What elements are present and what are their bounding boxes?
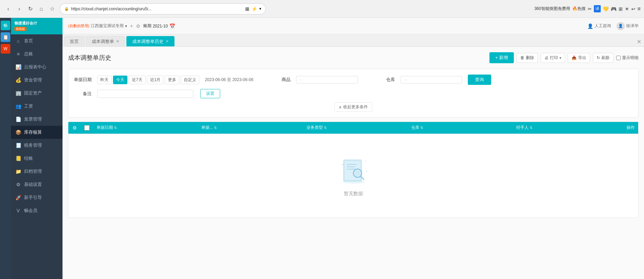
sidebar-item-tax[interactable]: 🧾 税务管理 [11, 139, 63, 152]
iconbar-item-2[interactable]: 📋 [1, 32, 10, 42]
tab-cost-adjustment[interactable]: 成本调整单 ✕ [86, 36, 125, 46]
empty-svg [336, 154, 371, 185]
warehouse-filter-dots: ··· [404, 77, 407, 82]
sidebar-label-tax: 税务管理 [24, 142, 42, 148]
table-settings-icon[interactable]: ⚙ [71, 123, 78, 132]
company-warning: (勿删勿禁用) [68, 23, 89, 29]
goods-filter-input[interactable]: ··· [296, 76, 358, 83]
delete-button[interactable]: 🗑 删除 [517, 53, 538, 63]
filter-area: 单据日期 昨天 今天 近7天 近1月 更多 自定义 2023-06-06 至 2… [68, 69, 639, 118]
inventory-icon: 📦 [15, 130, 21, 135]
address-bar[interactable]: 🔒 https://cloud.chanjet.com/accounting/u… [60, 3, 266, 14]
lightning-icon: ⚡ [251, 6, 257, 12]
brightness-icon: ☀ [625, 6, 629, 12]
date-btn-7days[interactable]: 近7天 [129, 76, 146, 84]
sidebar-badge: 旗舰版 [14, 27, 26, 31]
search-button[interactable]: 查询 [468, 75, 491, 85]
show-cols-checkbox[interactable] [616, 56, 621, 60]
add-company-btn[interactable]: + [130, 23, 133, 29]
date-btn-today[interactable]: 今天 [113, 76, 127, 84]
svg-point-7 [355, 170, 360, 176]
sidebar-item-settings[interactable]: ⚙ 基础设置 [11, 178, 63, 191]
salary-icon: 👥 [15, 103, 21, 109]
user-profile-btn[interactable]: 👤 徐泽华 [617, 22, 639, 30]
th-actions-label: 操作 [626, 125, 635, 131]
th-doc-no-sort-icon: ⇅ [214, 126, 217, 130]
cut-icon: ✂ [588, 6, 592, 12]
archive-icon: 📁 [15, 169, 21, 174]
sidebar-item-invoice[interactable]: 📄 发票管理 [11, 113, 63, 126]
settings-btn[interactable]: 设置 [200, 89, 220, 98]
sidebar-label-fund: 资金管理 [24, 77, 42, 83]
settings-gear-icon[interactable]: ⚙ [136, 23, 140, 29]
remark-filter-label: 备注 [74, 91, 92, 97]
sidebar-item-salary[interactable]: 👥 工资 [11, 100, 63, 113]
sidebar-label-invoice: 发票管理 [24, 116, 42, 122]
collapse-button[interactable]: ∧ 收起更多条件 [334, 102, 372, 112]
filter-row-remark: 备注 设置 [74, 89, 633, 98]
sidebar-label-archive: 归档管理 [24, 168, 42, 175]
refresh-icon: ↻ [597, 55, 600, 60]
iconbar-item-3[interactable]: W [1, 44, 10, 54]
tab-cost-adjustment-history-close-icon[interactable]: ✕ [166, 39, 169, 44]
tab-cost-adjustment-history[interactable]: 成本调整单历史 ✕ [126, 36, 174, 46]
th-biz-type[interactable]: 业务类型 ⇅ [303, 122, 408, 133]
refresh-button[interactable]: ↻ [25, 4, 35, 14]
date-btn-yesterday[interactable]: 昨天 [97, 76, 112, 84]
collapse-label: 收起更多条件 [343, 104, 368, 110]
search-text: 360智能抠图免费用 [534, 6, 570, 12]
date-btn-1month[interactable]: 近1月 [147, 76, 164, 84]
sidebar-label-salary: 工资 [24, 103, 33, 109]
sidebar-item-guide[interactable]: 🚀 新手引导 [11, 191, 63, 204]
user-service-icon: 👤 [587, 23, 593, 29]
star-button[interactable]: ☆ [47, 4, 57, 14]
close-all-btn[interactable]: ✕ [637, 38, 641, 46]
print-label: 打印 [550, 55, 558, 61]
th-date[interactable]: 单据日期 ⇅ [93, 122, 198, 133]
sidebar-item-ledger[interactable]: ≡ 总账 [11, 47, 63, 60]
topbar: (勿删勿禁用) 江西服宝测试专用 ▾ + ⚙ 账期 2021-10 📅 👤 人工… [63, 18, 644, 34]
sidebar-item-inventory[interactable]: 📦 库存核算 [11, 126, 63, 139]
th-handler[interactable]: 经手人 ⇅ [513, 122, 618, 133]
browser-chrome: ‹ › ↻ ⌂ ☆ 🔒 https://cloud.chanjet.com/ac… [0, 0, 644, 18]
sidebar-item-assets[interactable]: 🏢 固定资产 [11, 87, 63, 100]
th-doc-no[interactable]: 单据... ⇅ [198, 122, 303, 133]
sidebar-item-fund[interactable]: 💰 资金管理 [11, 74, 63, 87]
logo-text-line1: 畅捷通好会计 [14, 21, 37, 25]
back-button[interactable]: ‹ [3, 4, 13, 14]
tab-cost-adjustment-history-label: 成本调整单历史 [132, 38, 163, 45]
sidebar-item-home[interactable]: ⌂ 首页 [11, 34, 63, 47]
sidebar-item-closing[interactable]: 📒 结账 [11, 152, 63, 165]
new-button[interactable]: + 新增 [489, 52, 514, 63]
ledger-icon: ≡ [15, 51, 21, 57]
warehouse-filter-input[interactable]: ··· [400, 76, 462, 83]
iconbar-item-1[interactable]: 畅 [1, 21, 10, 30]
print-button[interactable]: 🖨 打印 ▾ [541, 53, 565, 63]
table-container: ⚙ 单据日期 ⇅ 单据... ⇅ 业务类型 ⇅ [68, 122, 639, 218]
show-cols-checkbox-area[interactable]: 显示明细 [616, 55, 639, 61]
show-cols-label: 显示明细 [622, 55, 639, 61]
sidebar-item-vip[interactable]: V 畅会员 [11, 204, 63, 217]
delete-label: 删除 [526, 55, 534, 61]
sidebar-item-archive[interactable]: 📁 归档管理 [11, 165, 63, 178]
tab-home[interactable]: 首页 [64, 36, 84, 46]
user-service-btn[interactable]: 👤 人工咨询 [587, 23, 611, 29]
th-warehouse[interactable]: 仓库 ⇅ [408, 122, 512, 133]
th-handler-sort-icon: ⇅ [530, 126, 532, 130]
date-btn-more[interactable]: 更多 [165, 76, 179, 84]
home-button[interactable]: ⌂ [36, 4, 46, 14]
translate-icon: 译 [594, 5, 601, 12]
table-select-all-checkbox[interactable] [84, 125, 90, 131]
delete-icon: 🗑 [520, 55, 524, 60]
company-selector[interactable]: (勿删勿禁用) 江西服宝测试专用 ▾ [68, 23, 127, 29]
remark-filter-input[interactable] [97, 90, 193, 98]
export-label: 导出 [578, 55, 586, 61]
tab-cost-adjustment-close-icon[interactable]: ✕ [116, 39, 119, 44]
forward-button[interactable]: › [14, 4, 24, 14]
export-button[interactable]: 📤 导出 [568, 53, 590, 63]
refresh-button[interactable]: ↻ 刷新 [593, 53, 613, 63]
date-btn-custom[interactable]: 自定义 [181, 76, 199, 84]
sidebar-item-report[interactable]: 📊 云报表中心 [11, 60, 63, 74]
calendar-icon[interactable]: 📅 [169, 23, 175, 29]
period-value: 2021-10 [153, 24, 168, 29]
